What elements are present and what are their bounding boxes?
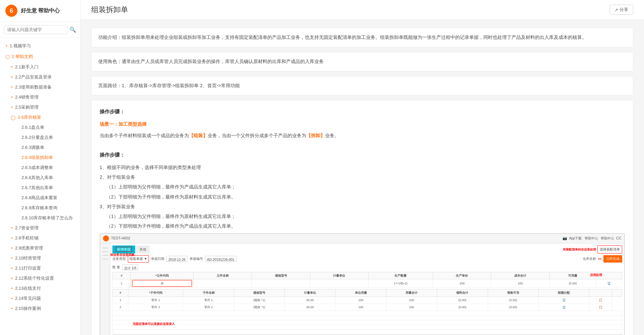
- main-header: 组装拆卸单 ↗ 分享: [80, 0, 644, 20]
- lower-table-row-4: [113, 316, 622, 320]
- plus-icon-c210: +: [11, 256, 13, 261]
- lower-td-2-name: 零件 2: [183, 303, 234, 311]
- mock-content-area: 新增单据 组装业务、拆卸业务在这里切换 其他 有装配清单的在这里处理 选择装配: [100, 243, 624, 335]
- sidebar-item-c25[interactable]: + 2.5采购管理: [0, 102, 80, 112]
- mock-app-id: TEST-H002: [111, 235, 130, 242]
- sidebar-item-g267[interactable]: 2.6.7其他出库单: [5, 183, 80, 193]
- sidebar-item-c215[interactable]: + 2.15操作案例: [0, 303, 80, 314]
- mock-confirm-btn[interactable]: 立即完成: [603, 255, 622, 263]
- disassemble-keyword: 【拆卸】: [306, 133, 325, 138]
- sidebar-item-g2610[interactable]: 2.6.10库存账本错了怎么办: [5, 213, 80, 223]
- sidebar-item-g269[interactable]: 2.6.9库存账本查询: [5, 203, 80, 213]
- sidebar-item-g265[interactable]: 2.6.5成本调整单: [5, 163, 80, 173]
- sidebar-item-g264[interactable]: 2.6.4组装拆卸单: [5, 153, 80, 163]
- lower-th-usage: 单位用量: [335, 289, 386, 296]
- sidebar-item-help[interactable]: ◯ 2.帮助文档: [0, 51, 80, 62]
- nav-tree: + 1.视频学习 ◯ 2.帮助文档 + 2.1新手入门 + 2.2产品安装及登录: [0, 38, 80, 335]
- sidebar-item-c26[interactable]: ◯ 2.6库存核算: [0, 112, 80, 122]
- upper-th-code: *父件代码: [131, 272, 194, 279]
- share-icon: ↗: [614, 7, 618, 12]
- lower-td-2-usage: 100: [335, 303, 386, 311]
- sidebar-item-c21[interactable]: + 2.1新手入门: [0, 62, 80, 72]
- lower-td-1-tax: (0.00): [488, 296, 538, 303]
- lower-td-2-replace: (0.00): [437, 303, 488, 311]
- lower-td-2-spec: (规格 *1): [234, 303, 284, 311]
- sidebar-item-c24[interactable]: + 2.4销售管理: [0, 92, 80, 102]
- sidebar-item-g266[interactable]: 2.6.6其他入库单: [5, 173, 80, 183]
- lower-table-row-7: [113, 330, 622, 334]
- mock-date-input: 2019-12-26: [166, 256, 187, 262]
- plus-icon-c215: +: [11, 306, 13, 311]
- upper-td-1-qty: 1++(初=1): [368, 279, 433, 288]
- sidebar-item-c24-label: 2.4销售管理: [15, 94, 39, 100]
- lower-table-row-3: [113, 311, 622, 316]
- sidebar-item-c210[interactable]: + 2.10经营管理: [0, 253, 80, 263]
- sidebar-item-g268[interactable]: 2.6.8商品成本重算: [5, 193, 80, 203]
- lower-td-empty-5: [113, 320, 622, 325]
- sidebar-item-c22[interactable]: + 2.2产品安装及登录: [0, 72, 80, 82]
- lower-td-1-name: 零件 1: [183, 296, 234, 303]
- lower-table-row-1: 1 零件 1 零件 1 (规格 *1) 30.00 100 100 (0.00): [113, 296, 622, 303]
- path-card: 页面路径：1、库存核算->库存管理->组装拆卸单 2、首页->常用功能: [91, 76, 633, 96]
- annotation3-label: 启用处理: [590, 273, 602, 277]
- assemble-keyword: 【组装】: [189, 133, 208, 138]
- lower-td-empty-4: [113, 316, 622, 320]
- step2: 2、对于组装业务: [100, 173, 625, 181]
- upper-th-price: 生产单价: [433, 272, 491, 279]
- lower-th-tax: 税额分配: [538, 289, 589, 296]
- sidebar-item-c27-label: 2.7资金管理: [15, 225, 39, 231]
- mock-tab2: 其他: [136, 245, 150, 254]
- mock-label-date: 单据日期: [151, 256, 164, 262]
- share-button[interactable]: ↗ 分享: [609, 5, 633, 15]
- sidebar-item-c29[interactable]: + 2.9优惠券管理: [0, 243, 80, 253]
- sidebar-item-g262[interactable]: 2.6.2分量盘点单: [5, 132, 80, 143]
- mock-label-billno: 单据编号: [190, 256, 203, 262]
- lower-td-empty-6: [113, 325, 622, 330]
- sidebar-item-c23[interactable]: + 2.3使用前数据准备: [0, 82, 80, 92]
- annotation4-container: 无固定清单可以直接在这里录入: [132, 319, 175, 328]
- lower-th-total-usage: 用量合计: [386, 289, 437, 296]
- lower-td-1-replace: (0.00): [437, 296, 488, 303]
- lower-td-empty-3: [113, 311, 622, 316]
- sidebar-item-c211[interactable]: + 2.11打印设置: [0, 263, 80, 273]
- ops-block: 操作步骤： 场景一：加工类型选择 当由多个子件材料组装成一个成品的业务为【组装】…: [91, 100, 633, 335]
- lower-table-row-5: [113, 320, 622, 325]
- logo-area: 6 好生意 帮助中心: [0, 0, 80, 22]
- search-input[interactable]: [4, 25, 67, 34]
- sidebar-item-c21-label: 2.1新手入门: [15, 64, 39, 70]
- lower-td-2-total: 100: [386, 303, 437, 311]
- sidebar-item-c215-label: 2.15操作案例: [15, 305, 41, 312]
- plus-icon-c27: +: [11, 226, 13, 230]
- minus-icon-c26: ◯: [11, 115, 16, 120]
- sidebar-item-g263[interactable]: 2.6.3调拨单: [5, 143, 80, 153]
- upper-table-row-1: 1 床 1++(初=1) 100 100: [113, 279, 622, 288]
- search-icon[interactable]: 🔍: [69, 26, 76, 33]
- plus-icon-c212: +: [11, 276, 13, 281]
- main-area: 组装拆卸单 ↗ 分享 功能介绍：组装拆卸单用来处理企业组装或拆卸等加工业务，支持…: [80, 0, 644, 335]
- sidebar-item-c213[interactable]: + 2.13在线支付: [0, 283, 80, 293]
- mock-toolbar-text: App下载 帮助中心 帮助中心: [569, 235, 614, 241]
- lower-td-2-ops: 🗑️: [538, 303, 589, 311]
- step3: 3、对于拆装业务: [100, 203, 625, 211]
- nav-section-video: + 1.视频学习: [0, 41, 80, 51]
- step3a: （1）上部明细为父件明细，最终作为原材料生成其它出库单；: [100, 212, 625, 221]
- sidebar-item-c28[interactable]: + 2.8手机旺铺: [0, 233, 80, 243]
- mock-tab-new: 新增单据: [116, 247, 132, 252]
- lower-td-2-ops2: 📋: [589, 303, 612, 311]
- sidebar-item-video[interactable]: + 1.视频学习: [0, 41, 80, 51]
- main-content: 功能介绍：组装拆卸单用来处理企业组装或拆卸等加工业务，支持有固定装配清单的产品加…: [80, 20, 644, 335]
- sidebar-item-g261[interactable]: 2.6.1盘点单: [5, 122, 80, 132]
- nav-section-help: ◯ 2.帮助文档 + 2.1新手入门 + 2.2产品安装及登录 + 2.3使用前…: [0, 51, 80, 314]
- plus-icon-c22: +: [11, 75, 13, 79]
- upper-td-1-ops: 🗑️: [596, 279, 622, 288]
- sidebar-item-c25-label: 2.5采购管理: [15, 104, 39, 110]
- sidebar-item-c27[interactable]: + 2.7资金管理: [0, 223, 80, 233]
- sidebar-item-c214[interactable]: + 2.14常见问题: [0, 293, 80, 303]
- sidebar-item-c213-label: 2.13在线支付: [15, 285, 41, 291]
- upper-td-1-name: [194, 279, 252, 288]
- sidebar-item-c212[interactable]: + 2.12系统个性化设置: [0, 273, 80, 283]
- sidebar-item-c26-label: 2.6库存核算: [18, 114, 41, 120]
- mock-select-btn: 选择装配清单: [597, 245, 622, 254]
- scenario1-desc: 当由多个子件材料组装成一个成品的业务为【组装】业务，当由一个父件拆分成多个子产品…: [100, 131, 625, 140]
- lower-table-row-6: [113, 325, 622, 330]
